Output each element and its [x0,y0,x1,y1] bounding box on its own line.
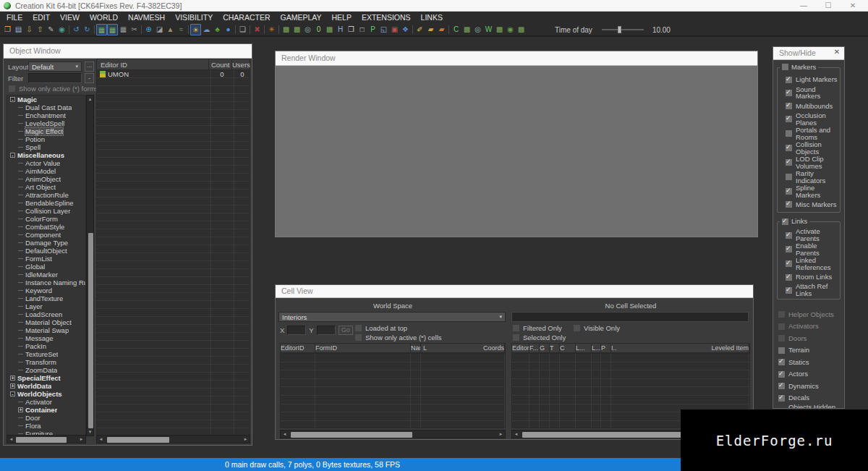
scrollbar-thumb[interactable] [88,233,93,428]
tree-expander-icon[interactable]: + [10,375,15,381]
tree-expander-icon[interactable] [18,234,23,235]
checkbox-icon[interactable] [786,232,792,239]
checkbox-icon[interactable] [513,334,519,341]
tree-expander-icon[interactable] [18,123,23,124]
time-of-day-slider-thumb[interactable] [618,26,621,33]
tree-item[interactable]: Material Swap [7,326,85,334]
toolbar-icon[interactable]: ◪ [154,24,165,35]
show-hide-toggle[interactable]: Portals and Rooms [780,127,838,141]
tree-item[interactable]: Component [7,231,85,239]
toolbar-icon[interactable]: ◉ [56,24,67,35]
toolbar-icon[interactable]: C [451,24,461,35]
toolbar-icon[interactable]: ≈ [176,24,187,35]
show-hide-toggle[interactable]: Activators [777,321,841,333]
toolbar-icon[interactable]: ↺ [71,24,82,35]
tree-expander-icon[interactable] [18,402,23,402]
toolbar-icon[interactable]: ◱ [378,24,389,35]
toolbar-icon[interactable] [94,25,95,34]
show-hide-toggle[interactable]: Room Links [780,271,838,284]
tree-item[interactable]: Global [7,263,85,271]
layout-dropdown[interactable]: Default ▾ [28,61,82,72]
tree-expander-icon[interactable] [18,266,23,267]
tree-expander-icon[interactable] [18,362,23,362]
menu-item[interactable]: LINKS [416,12,448,24]
y-input[interactable] [317,326,336,335]
toolbar-icon[interactable]: ◎ [302,24,313,35]
menu-item[interactable]: NAVMESH [123,12,170,24]
toolbar-icon[interactable]: ▩ [494,24,505,35]
toolbar-icon[interactable]: ▰ [436,24,447,35]
toolbar-icon[interactable]: ❒ [346,24,357,35]
checkbox-icon[interactable] [786,130,792,137]
tree-item[interactable]: CombatStyle [7,223,85,231]
toolbar-icon[interactable]: H [335,24,346,35]
show-hide-toggle[interactable]: Statics [777,356,841,368]
layout-more-button[interactable]: ... [85,61,94,72]
toolbar-icon[interactable] [250,25,250,34]
menu-item[interactable]: VISIBILITY [170,12,218,24]
toolbar-icon[interactable] [235,25,236,34]
toolbar-icon[interactable]: ▦ [118,24,129,35]
tree-item[interactable]: Potion [7,135,85,143]
toolbar-icon[interactable]: ↻ [82,24,93,35]
show-hide-toggle[interactable]: Decals [777,392,841,404]
tree-expander-icon[interactable] [18,433,23,434]
show-hide-toggle[interactable]: Dynamics [777,380,841,392]
tree-item[interactable]: ZoomData [7,366,85,374]
tree-item[interactable]: LoadScreen [7,310,85,318]
tree-expander-icon[interactable] [18,314,23,315]
toolbar-icon[interactable]: ▤ [13,24,24,35]
checkbox-icon[interactable] [778,347,785,354]
show-hide-toggle[interactable]: Objects Hidden From Local Map [777,404,841,409]
tree-item[interactable]: IdleMarker [7,271,85,279]
tree-item[interactable]: Spell [7,143,85,151]
column-header[interactable]: C [560,344,576,352]
tree-expander-icon[interactable] [18,290,23,291]
column-count[interactable]: Count [209,59,232,69]
toolbar-icon[interactable] [69,25,69,34]
toolbar-icon[interactable]: 0 [313,24,324,35]
toolbar-icon[interactable] [264,25,265,34]
tree-expander-icon[interactable] [18,274,23,275]
checkbox-icon[interactable] [786,159,792,166]
checkbox-icon[interactable] [786,274,792,281]
tree-item[interactable]: Activator [7,398,85,406]
tree-expander-icon[interactable] [18,115,23,116]
selected-only-checkbox[interactable]: Selected Only [513,334,566,341]
tree-item[interactable]: Actor Value [7,159,85,167]
checkbox-icon[interactable] [9,85,15,92]
column-editor-id[interactable]: Editor ID [97,59,209,69]
tree-item[interactable]: - Magic [7,96,85,103]
checkbox-icon[interactable] [786,188,792,195]
tree-item[interactable]: FormList [7,255,85,263]
filter-input[interactable] [28,73,82,83]
show-hide-toggle[interactable]: Actors [777,368,841,381]
cell-list-horizontal-scrollbar[interactable]: ◂ ▸ [280,430,506,438]
tree-item[interactable]: TextureSet [7,350,85,358]
column-header[interactable]: Editor ID [512,344,529,352]
form-list-horizontal-scrollbar[interactable]: ◂ ▸ [96,435,250,444]
scrollbar-thumb[interactable] [16,437,67,443]
column-header[interactable]: P [601,344,611,352]
tree-vertical-scrollbar[interactable]: ▴ ▾ [86,95,94,436]
tree-expander-icon[interactable] [18,139,23,140]
checkbox-icon[interactable] [355,334,362,341]
toolbar-icon[interactable]: ▦ [96,24,107,35]
checkbox-icon[interactable] [786,174,792,180]
show-hide-toggle[interactable]: Doors [777,332,841,344]
toolbar-icon[interactable]: ✳ [266,24,277,35]
checkbox-icon[interactable] [778,359,785,365]
loaded-at-top-checkbox[interactable]: Loaded at top [355,325,407,332]
toolbar-icon[interactable]: ❏ [237,24,248,35]
tree-item[interactable]: Damage Type [7,239,85,247]
toolbar-icon[interactable]: ⊕ [143,24,154,35]
toolbar-icon[interactable]: ▩ [292,24,302,35]
tree-item[interactable]: AimModel [7,167,85,175]
scrollbar-thumb[interactable] [107,437,169,443]
column-users[interactable]: Users [232,59,250,69]
tree-item[interactable]: LeveledSpell [7,119,85,127]
show-hide-toggle[interactable]: Multibounds [780,100,838,112]
show-hide-toggle[interactable]: Sound Markers [780,86,838,101]
tree-expander-icon[interactable] [18,211,23,211]
tree-expander-icon[interactable] [18,242,23,243]
